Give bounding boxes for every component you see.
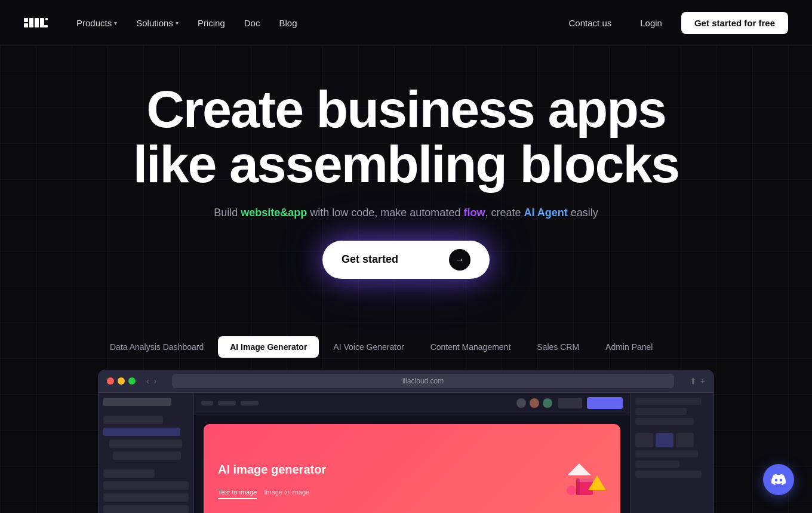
nav-blog[interactable]: Blog (272, 13, 304, 33)
hero-section: Create business apps like assembling blo… (0, 46, 812, 331)
app-sidebar (99, 393, 194, 513)
hero-title: Create business apps like assembling blo… (12, 82, 800, 192)
sidebar-module3 (103, 505, 189, 513)
app-toolbar (194, 393, 630, 414)
tab-admin-panel[interactable]: Admin Panel (593, 336, 665, 358)
component-thumb2 (656, 433, 673, 447)
app-preview: ‹ › illacloud.com ⬆ + (98, 370, 714, 513)
nav-links: Products ▾ Solutions ▾ Pricing Doc Blog (69, 13, 304, 33)
browser-maximize-dot (128, 377, 136, 385)
canvas-area: AI image generator Text to image Image t… (194, 414, 630, 513)
add-tab-icon: + (700, 376, 705, 386)
panel-item4 (635, 450, 698, 457)
svg-rect-2 (29, 18, 33, 27)
ai-image-card: AI image generator Text to image Image t… (204, 424, 620, 513)
forward-arrow-icon: › (154, 376, 157, 386)
sidebar-module1 (103, 481, 189, 490)
toolbar-item1 (201, 401, 213, 406)
panel-item2 (635, 408, 687, 415)
browser-actions: ⬆ + (690, 376, 705, 386)
arrow-icon: → (449, 249, 470, 271)
share-btn (558, 398, 582, 408)
get-started-button[interactable]: Get started for free (681, 12, 788, 34)
products-chevron-icon: ▾ (114, 20, 117, 26)
deploy-button (587, 397, 623, 409)
panel-item1 (635, 398, 702, 405)
sidebar-module2 (103, 493, 189, 502)
svg-rect-1 (24, 23, 28, 27)
solutions-chevron-icon: ▾ (176, 20, 179, 26)
hero-cta-wrapper: Get started → (12, 241, 800, 279)
svg-point-12 (567, 486, 576, 495)
tab-ai-voice-generator[interactable]: AI Voice Generator (321, 336, 416, 358)
text-to-image-tab: Text to image (218, 486, 257, 499)
svg-marker-10 (567, 463, 591, 475)
logo[interactable] (24, 14, 48, 31)
svg-rect-5 (40, 25, 48, 27)
back-arrow-icon: ‹ (146, 376, 149, 386)
app-main-canvas: AI image generator Text to image Image t… (194, 393, 630, 513)
browser-url-bar[interactable]: illacloud.com (172, 374, 673, 388)
sidebar-subpage-item (113, 451, 181, 460)
sidebar-layout-label (103, 469, 155, 478)
discord-button[interactable] (763, 464, 794, 495)
component-thumb1 (635, 433, 653, 447)
nav-left: Products ▾ Solutions ▾ Pricing Doc Blog (24, 13, 304, 33)
sidebar-pages-label (103, 416, 163, 424)
browser-close-dot (107, 377, 114, 385)
tab-sales-crm[interactable]: Sales CRM (525, 336, 591, 358)
avatar1 (516, 398, 526, 408)
panel-item5 (635, 460, 679, 468)
nav-doc[interactable]: Doc (237, 13, 267, 33)
image-to-image-tab: Image to image (264, 486, 309, 499)
panel-item3 (635, 418, 694, 425)
card-title: AI image generator Text to image Image t… (218, 463, 326, 499)
tabs-bar: Data Analysis Dashboard AI Image Generat… (0, 331, 812, 363)
tab-data-analysis[interactable]: Data Analysis Dashboard (98, 336, 216, 358)
hero-get-started-button[interactable]: Get started → (322, 241, 490, 279)
share-icon: ⬆ (690, 376, 697, 386)
nav-right: Contact us Login Get started for free (559, 12, 788, 34)
sidebar-logo (103, 398, 171, 406)
avatar2 (530, 398, 539, 408)
sidebar-product-item (109, 440, 182, 448)
3d-decoration (558, 457, 606, 505)
browser-nav-arrows: ‹ › (146, 376, 156, 386)
preview-content: AI image generator Text to image Image t… (99, 393, 713, 513)
contact-link[interactable]: Contact us (559, 13, 622, 33)
tab-ai-image-generator[interactable]: AI Image Generator (218, 336, 319, 358)
toolbar-item2 (218, 401, 236, 406)
logo-icon (24, 14, 48, 31)
svg-rect-0 (24, 18, 28, 22)
discord-icon (771, 472, 786, 487)
navbar: Products ▾ Solutions ▾ Pricing Doc Blog … (0, 0, 812, 46)
svg-rect-9 (576, 478, 580, 495)
browser-minimize-dot (118, 377, 125, 385)
avatar3 (543, 398, 552, 408)
hero-subtitle: Build website&app with low code, make au… (12, 207, 800, 219)
svg-rect-6 (45, 18, 48, 20)
login-link[interactable]: Login (630, 13, 672, 33)
sidebar-homepage-item (103, 428, 180, 436)
app-right-panel (630, 393, 713, 513)
tab-content-management[interactable]: Content Management (419, 336, 523, 358)
svg-rect-3 (35, 18, 39, 27)
browser-topbar: ‹ › illacloud.com ⬆ + (99, 370, 713, 393)
nav-pricing[interactable]: Pricing (190, 13, 232, 33)
toolbar-item3 (241, 401, 259, 406)
panel-item6 (635, 471, 702, 478)
nav-products[interactable]: Products ▾ (69, 13, 124, 33)
component-thumb3 (676, 433, 694, 447)
nav-solutions[interactable]: Solutions ▾ (129, 13, 186, 33)
